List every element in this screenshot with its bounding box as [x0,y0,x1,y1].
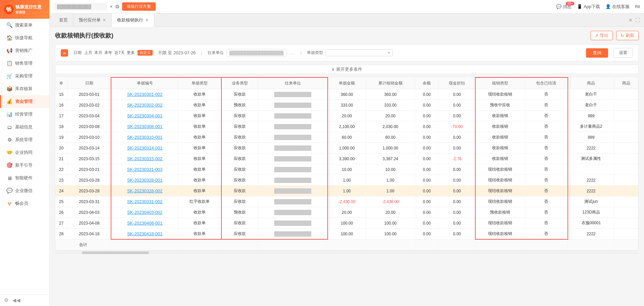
row-product1: 2222 [568,175,614,186]
row-doc-no[interactable]: SK-20230302-002 [111,100,178,111]
sidebar-item-marketing[interactable]: 📢 营销推广 [0,44,49,57]
export-btn[interactable]: ↗ 导出 [590,31,613,40]
settings-footer-icon[interactable]: ⚙ [4,297,8,303]
row-biz-type: 应收款 [221,175,258,186]
sidebar: 畅 畅康道好生意 标推版 🔍 搜索菜单 🏠 快捷导航 📢 营销推广 📋 销售管理… [0,0,50,306]
topbar-search[interactable]: ████████████ [54,3,107,10]
row-doc-no[interactable]: SK-20230328-002 [111,186,178,196]
filter-date-last-month[interactable]: 上月 [84,50,92,56]
sidebar-item-basic[interactable]: 🗂 基础信息 [0,121,49,133]
row-doc-no[interactable]: SK-20230301-002 [111,89,178,100]
sidebar-item-collab[interactable]: 🤝 企业协同 [0,146,49,159]
row-no: 22 [55,164,67,175]
sidebar-item-finance[interactable]: 💰 资金管理 [0,95,49,108]
sidebar-item-sales[interactable]: 📋 销售管理 [0,57,49,70]
tab-prepay[interactable]: 预付应付单 ✕ [73,13,112,27]
page-content: 收款核销执行(按收款) ↗ 导出 ↻ 刷新 » 日期 上月 本月 本 [50,27,644,306]
row-doc-type: 收款单 [178,229,221,240]
row-writeoff-amount: 100.00 [366,218,415,229]
user-name[interactable]: Rit [635,4,640,9]
table-row: 17 2023-03-04 SK-20230304-001 收款单 应收款 ██… [55,111,638,121]
row-doc-no[interactable]: SK-20230408-001 [111,218,178,229]
sidebar-item-nav[interactable]: 🏠 快捷导航 [0,32,49,44]
filter-date-more[interactable]: 更多 [127,50,135,56]
query-btn[interactable]: 查询 [586,48,608,58]
row-product2 [614,89,638,100]
setting-btn[interactable]: 设置 [613,48,633,58]
filter-date-custom-btn[interactable]: 自定义 [138,50,153,56]
sidebar-item-system[interactable]: ⚙ 系统管理 [0,133,49,146]
row-doc-no[interactable]: SK-20230331-002 [111,196,178,207]
row-doc-type: 收款单 [178,218,221,229]
page-actions: ↗ 导出 ↻ 刷新 [590,31,639,40]
filter-date-7days[interactable]: 近7天 [114,50,125,56]
table-row: 23 2023-03-28 SK-20230328-001 收款单 应收款 ██… [55,175,638,186]
tab-close-all-icon[interactable]: ✕ [629,17,633,23]
tab-home[interactable]: 首页 [54,13,73,27]
sidebar-item-operation[interactable]: 📊 经营管理 [0,108,49,121]
row-doc-no[interactable]: SK-20230403-002 [111,207,178,218]
app-download-btn[interactable]: 📱 App下载 [577,4,600,10]
refresh-btn[interactable]: ↻ 刷新 [616,31,639,40]
row-writeoff-type: 收款核销 [475,111,525,121]
sidebar-item-purchase[interactable]: 🛒 采购管理 [0,70,49,82]
row-date: 2023-03-14 [67,143,111,154]
row-balance: 0.00 [415,164,439,175]
sidebar-item-wechat[interactable]: 💬 企业微信 [0,184,49,197]
row-doc-type: 收款单 [178,154,221,164]
sidebar-item-guide[interactable]: 🎯 新手引导 [0,159,49,172]
tab-prepay-close[interactable]: ✕ [103,18,106,22]
row-doc-no[interactable]: SK-20230321-003 [111,164,178,175]
row-partner: ████████████ [258,111,328,121]
collapse-footer-icon[interactable]: ◀◀ [12,297,20,303]
row-date: 2023-03-28 [67,186,111,196]
filter-date-this-month[interactable]: 本月 [94,50,102,56]
row-date: 2023-03-15 [67,154,111,164]
filter-partner-group: 往来单位 ███████████████████ ... [208,49,295,57]
row-doc-no[interactable]: SK-20230315-002 [111,154,178,164]
sidebar-item-search[interactable]: 🔍 搜索菜单 [0,19,49,32]
table-row: 15 2023-03-01 SK-20230301-002 收款单 应收款 ██… [55,89,638,100]
sidebar-item-vip[interactable]: V 畅会员 [0,197,49,210]
row-doc-no[interactable]: SK-20230418-001 [111,229,178,240]
sidebar-item-hardware[interactable]: 🖥 智能硬件 [0,172,49,184]
row-doc-no[interactable]: SK-20230304-001 [111,111,178,121]
tab-fullscreen-icon[interactable]: ⛶ [635,17,640,23]
row-discount: 0.00 [439,132,475,143]
dropdown-chevron-icon[interactable]: ▾ [110,4,112,9]
online-service-btn[interactable]: 👤 在线客服 [605,4,630,10]
row-discount: -2.76 [439,154,475,164]
search-icon: 🔍 [6,22,12,28]
tab-writeoff-close[interactable]: ✕ [145,18,149,22]
row-partner: ████████████ [258,196,328,207]
filter-doctype-select[interactable]: ▾ [326,49,393,56]
col-gear[interactable]: ⚙ [55,77,67,89]
sidebar-item-inventory[interactable]: 📦 库存核算 [0,82,49,95]
row-discount: 0.00 [439,196,475,207]
filter-partner-input[interactable]: ███████████████████ [226,49,287,57]
row-writeoff-type: 预收款核销 [475,207,525,218]
scrollbar-thumb[interactable] [82,251,149,254]
filter-date-options: 上月 本月 本年 近7天 更多 [84,50,135,56]
col-partner: 往来单位 [258,77,328,89]
filter-expand-btn[interactable]: » [61,49,68,57]
message-btn[interactable]: 💬 消息 99+ [556,4,572,10]
row-doc-no[interactable]: SK-20230314-001 [111,143,178,154]
industry-btn[interactable]: 体验行业方案 [122,2,156,11]
settings-icon[interactable]: ⚙ [115,4,119,10]
row-doc-no[interactable]: SK-20230308-001 [111,121,178,132]
table-row: 19 2023-03-10 SK-20230310-001 收款单 应收款 ██… [55,132,638,143]
row-doc-type: 收款单 [178,132,221,143]
filter-date-this-year[interactable]: 本年 [104,50,112,56]
table-row: 24 2023-03-28 SK-20230328-002 收款单 应收款 ██… [55,186,638,196]
row-amount: 1.00 [328,175,366,186]
row-amount: 1,000.00 [328,143,366,154]
row-no: 20 [55,143,67,154]
horizontal-scrollbar[interactable] [55,251,639,254]
writeoff-table: ⚙ 日期 单据编号 单据类型 业务类型 往来单位 单据金额 累计核销金额 余额 … [55,77,638,250]
row-doc-no[interactable]: SK-20230310-001 [111,132,178,143]
row-doc-no[interactable]: SK-20230328-001 [111,175,178,186]
table-row: 27 2023-04-08 SK-20230408-001 收款单 应收款 ██… [55,218,638,229]
tab-writeoff[interactable]: 收款核销执行 ✕ [112,13,154,27]
expand-conditions-btn[interactable]: ∨ 展开更多条件 [55,65,639,74]
